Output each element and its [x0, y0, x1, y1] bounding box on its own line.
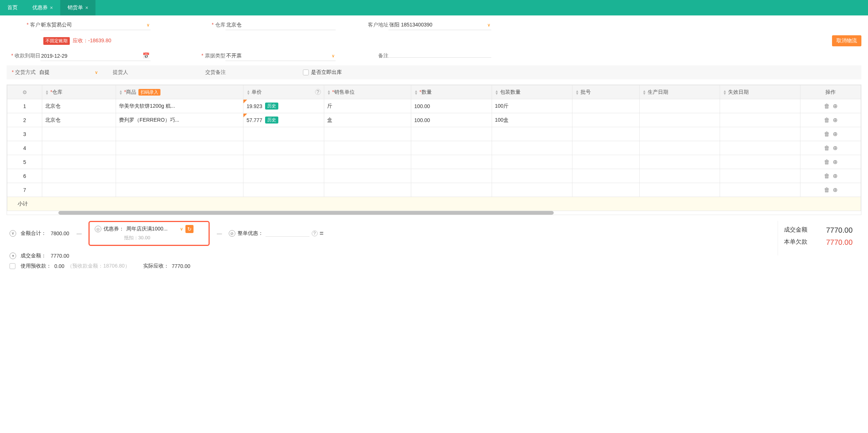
- add-icon[interactable]: ⊕: [833, 187, 838, 193]
- cell-prod-date[interactable]: [639, 169, 720, 183]
- col-pkg[interactable]: ▲▼包装数量: [492, 85, 572, 99]
- cell-prod-date[interactable]: [639, 99, 720, 113]
- cell-warehouse[interactable]: [42, 141, 116, 155]
- tab-sales-order[interactable]: 销货单×: [60, 0, 95, 15]
- cell-price[interactable]: [243, 183, 324, 197]
- cell-pkg[interactable]: [492, 127, 572, 141]
- cell-unit[interactable]: [324, 127, 411, 141]
- col-price[interactable]: ▲▼单价?: [243, 85, 324, 99]
- cell-product[interactable]: [116, 141, 243, 155]
- cell-price[interactable]: [243, 155, 324, 169]
- cell-unit[interactable]: [324, 141, 411, 155]
- history-badge[interactable]: 历史: [265, 117, 278, 124]
- cell-exp-date[interactable]: [720, 155, 800, 169]
- cell-pkg[interactable]: 100斤: [492, 99, 572, 113]
- cell-qty[interactable]: [411, 141, 492, 155]
- add-icon[interactable]: ⊕: [833, 145, 838, 151]
- cell-qty[interactable]: 100.00: [411, 113, 492, 127]
- order-discount-input[interactable]: [265, 230, 310, 237]
- cell-prod-date[interactable]: [639, 155, 720, 169]
- refresh-icon[interactable]: ↻: [185, 225, 194, 233]
- delete-icon[interactable]: 🗑: [824, 131, 830, 137]
- cell-batch[interactable]: [572, 141, 639, 155]
- col-prod-date[interactable]: ▲▼生产日期: [639, 85, 720, 99]
- cell-pkg[interactable]: [492, 183, 572, 197]
- delete-icon[interactable]: 🗑: [824, 159, 830, 165]
- col-exp-date[interactable]: ▲▼失效日期: [720, 85, 800, 99]
- calendar-icon[interactable]: 📅: [142, 52, 150, 59]
- chevron-down-icon[interactable]: ∨: [180, 226, 183, 232]
- cell-price[interactable]: [243, 127, 324, 141]
- cell-warehouse[interactable]: [42, 183, 116, 197]
- cell-price[interactable]: [243, 141, 324, 155]
- cell-prod-date[interactable]: [639, 113, 720, 127]
- customer-select[interactable]: 昕东贸易公司 ∨: [40, 20, 151, 30]
- cell-prod-date[interactable]: [639, 141, 720, 155]
- billtype-select[interactable]: 不开票 ∨: [225, 51, 336, 61]
- table-row[interactable]: 5🗑⊕: [7, 155, 861, 169]
- cell-product[interactable]: [116, 127, 243, 141]
- cell-exp-date[interactable]: [720, 113, 800, 127]
- table-row[interactable]: 4🗑⊕: [7, 141, 861, 155]
- cell-prod-date[interactable]: [639, 183, 720, 197]
- delete-icon[interactable]: 🗑: [824, 145, 830, 151]
- delete-icon[interactable]: 🗑: [824, 173, 830, 179]
- history-badge[interactable]: 历史: [265, 103, 278, 110]
- info-icon[interactable]: ?: [315, 89, 321, 95]
- cell-warehouse[interactable]: [42, 127, 116, 141]
- col-warehouse[interactable]: ▲▼*仓库: [42, 85, 116, 99]
- cell-price[interactable]: 57.777历史: [243, 113, 324, 127]
- close-icon[interactable]: ×: [85, 5, 88, 11]
- cell-pkg[interactable]: [492, 141, 572, 155]
- cell-unit[interactable]: 斤: [324, 99, 411, 113]
- cell-unit[interactable]: 盒: [324, 113, 411, 127]
- help-icon[interactable]: ?: [312, 230, 318, 236]
- cust-addr-select[interactable]: 张阳 18513400390 ∨: [388, 20, 491, 30]
- cell-pkg[interactable]: [492, 155, 572, 169]
- delete-icon[interactable]: 🗑: [824, 117, 830, 123]
- add-icon[interactable]: ⊕: [833, 117, 838, 123]
- col-batch[interactable]: ▲▼批号: [572, 85, 639, 99]
- cell-unit[interactable]: [324, 183, 411, 197]
- cell-qty[interactable]: [411, 183, 492, 197]
- cell-warehouse[interactable]: [42, 155, 116, 169]
- cell-product[interactable]: [116, 183, 243, 197]
- cell-batch[interactable]: [572, 169, 639, 183]
- cell-qty[interactable]: 100.00: [411, 99, 492, 113]
- cell-warehouse[interactable]: [42, 169, 116, 183]
- table-row[interactable]: 6🗑⊕: [7, 169, 861, 183]
- coupon-select[interactable]: 周年店庆满1000...: [126, 226, 178, 232]
- table-row[interactable]: 3🗑⊕: [7, 127, 861, 141]
- cell-unit[interactable]: [324, 155, 411, 169]
- cell-warehouse[interactable]: 北京仓: [42, 99, 116, 113]
- col-product[interactable]: ▲▼*商品扫码录入: [116, 85, 243, 99]
- delivery-method-select[interactable]: 自提 ∨: [39, 69, 98, 76]
- cell-batch[interactable]: [572, 155, 639, 169]
- tab-home[interactable]: 首页: [0, 0, 25, 15]
- cell-warehouse[interactable]: 北京仓: [42, 113, 116, 127]
- warehouse-select[interactable]: 北京仓: [225, 20, 336, 30]
- remark-input[interactable]: [388, 54, 491, 58]
- gear-icon[interactable]: ⚙: [22, 89, 27, 95]
- paydate-input[interactable]: 2019-12-29 📅: [40, 51, 151, 61]
- cell-qty[interactable]: [411, 155, 492, 169]
- delete-icon[interactable]: 🗑: [824, 103, 830, 109]
- col-qty[interactable]: ▲▼*数量: [411, 85, 492, 99]
- table-row[interactable]: 7🗑⊕: [7, 183, 861, 197]
- table-row[interactable]: 2北京仓费列罗（FERRERO）巧...57.777历史盒100.00100盒🗑…: [7, 113, 861, 127]
- cancel-logistics-button[interactable]: 取消物流: [832, 35, 861, 46]
- delete-icon[interactable]: 🗑: [824, 187, 830, 193]
- cell-product[interactable]: 华美华夫软饼1200g 糕...: [116, 99, 243, 113]
- add-icon[interactable]: ⊕: [833, 159, 838, 165]
- immediate-out-checkbox[interactable]: 是否立即出库: [303, 69, 342, 76]
- cell-qty[interactable]: [411, 127, 492, 141]
- cell-product[interactable]: [116, 169, 243, 183]
- cell-product[interactable]: 费列罗（FERRERO）巧...: [116, 113, 243, 127]
- cell-batch[interactable]: [572, 99, 639, 113]
- cell-batch[interactable]: [572, 127, 639, 141]
- cell-price[interactable]: [243, 169, 324, 183]
- close-icon[interactable]: ×: [50, 5, 53, 11]
- add-icon[interactable]: ⊕: [833, 173, 838, 179]
- horizontal-scrollbar[interactable]: [7, 211, 861, 215]
- cell-exp-date[interactable]: [720, 99, 800, 113]
